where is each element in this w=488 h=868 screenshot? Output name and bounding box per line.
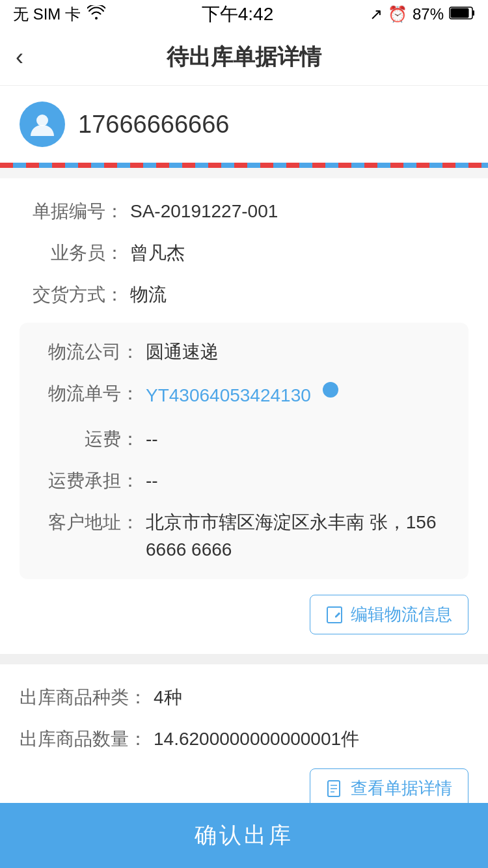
view-details-button[interactable]: 查看单据详情 <box>310 768 468 808</box>
freight-bearer-row: 运费承担： -- <box>35 467 453 495</box>
status-left: 无 SIM 卡 <box>13 4 105 25</box>
battery-label: 87% <box>413 5 444 23</box>
product-qty-value: 14.6200000000000001件 <box>147 726 468 753</box>
address-value: 北京市市辖区海淀区永丰南 张，156 6666 6666 <box>139 509 453 563</box>
view-details-container: 查看单据详情 <box>20 768 468 808</box>
salesperson-label: 业务员： <box>20 239 124 267</box>
product-types-value: 4种 <box>147 684 468 711</box>
salesperson-row: 业务员： 曾凡杰 <box>20 239 468 267</box>
product-qty-row: 出库商品数量： 14.6200000000000001件 <box>20 726 468 753</box>
tracking-value: YT43064053424130 <box>139 380 453 411</box>
edit-logistics-container: 编辑物流信息 <box>20 595 468 634</box>
location-pin-icon[interactable] <box>319 380 342 411</box>
product-types-label: 出库商品种类： <box>20 684 147 711</box>
svg-rect-2 <box>451 8 469 18</box>
status-time: 下午4:42 <box>202 2 274 27</box>
freight-label: 运费： <box>35 426 139 453</box>
freight-value: -- <box>139 426 453 453</box>
gray-separator <box>0 654 488 664</box>
document-icon <box>326 780 344 798</box>
product-types-row: 出库商品种类： 4种 <box>20 684 468 711</box>
location-arrow-icon: ↗ <box>370 5 383 23</box>
svg-rect-6 <box>327 607 342 623</box>
view-details-label: 查看单据详情 <box>351 777 452 800</box>
freight-row: 运费： -- <box>35 426 453 453</box>
logistics-card: 物流公司： 圆通速递 物流单号： YT43064053424130 运费： -- <box>20 323 468 579</box>
product-qty-label: 出库商品数量： <box>20 726 147 753</box>
logistics-company-label: 物流公司： <box>35 338 139 366</box>
edit-logistics-button[interactable]: 编辑物流信息 <box>310 595 468 634</box>
delivery-value: 物流 <box>124 281 468 308</box>
customer-phone: 17666666666 <box>78 111 229 139</box>
edit-icon <box>326 606 344 624</box>
status-bar: 无 SIM 卡 下午4:42 ↗ ⏰ 87% <box>0 0 488 29</box>
logistics-company-value: 圆通速递 <box>139 338 453 366</box>
confirm-bar[interactable]: 确认出库 <box>0 803 488 868</box>
salesperson-value: 曾凡杰 <box>124 239 468 267</box>
status-right: ↗ ⏰ 87% <box>370 5 475 23</box>
freight-bearer-value: -- <box>139 467 453 495</box>
tracking-label: 物流单号： <box>35 380 139 407</box>
svg-rect-1 <box>472 10 474 16</box>
avatar <box>20 102 65 147</box>
document-number-value: SA-20191227-001 <box>124 198 468 225</box>
svg-point-3 <box>36 115 48 126</box>
delivery-row: 交货方式： 物流 <box>20 281 468 308</box>
back-button[interactable]: ‹ <box>16 44 23 71</box>
alarm-icon: ⏰ <box>388 5 407 23</box>
wifi-icon <box>87 5 105 23</box>
logistics-company-row: 物流公司： 圆通速递 <box>35 338 453 366</box>
document-number-label: 单据编号： <box>20 198 124 225</box>
tracking-number-row: 物流单号： YT43064053424130 <box>35 380 453 411</box>
document-number-row: 单据编号： SA-20191227-001 <box>20 198 468 225</box>
address-label: 客户地址： <box>35 509 139 536</box>
freight-bearer-label: 运费承担： <box>35 467 139 495</box>
dashed-divider <box>0 163 488 168</box>
edit-logistics-label: 编辑物流信息 <box>351 603 452 626</box>
page-title: 待出库单据详情 <box>167 42 321 72</box>
delivery-label: 交货方式： <box>20 281 124 308</box>
sim-label: 无 SIM 卡 <box>13 4 81 25</box>
battery-icon <box>449 5 475 23</box>
nav-bar: ‹ 待出库单据详情 <box>0 29 488 86</box>
confirm-button-label: 确认出库 <box>195 821 293 850</box>
customer-header: 17666666666 <box>0 86 488 163</box>
address-row: 客户地址： 北京市市辖区海淀区永丰南 张，156 6666 6666 <box>35 509 453 563</box>
document-section: 单据编号： SA-20191227-001 业务员： 曾凡杰 交货方式： 物流 … <box>0 178 488 654</box>
